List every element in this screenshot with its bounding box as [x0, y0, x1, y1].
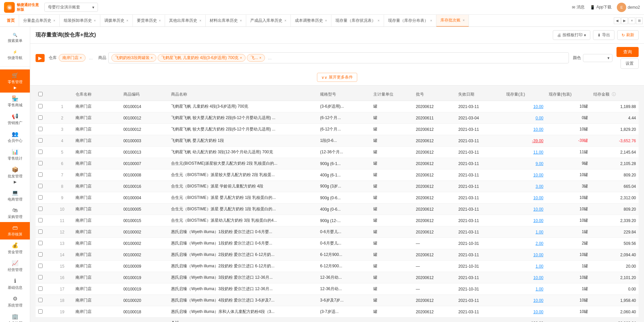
user-avatar[interactable]: E demo2 — [617, 3, 640, 12]
export-button[interactable]: ⬇ 导出 — [593, 30, 614, 40]
refresh-button[interactable]: ↻ 刷新 — [617, 30, 639, 40]
row-checkbox[interactable] — [38, 172, 43, 177]
filter-color-dropdown[interactable]: ▾ — [583, 54, 612, 62]
close-tab-otherout[interactable]: × — [199, 19, 201, 22]
tab-reqgoods[interactable]: 要货单历史 × — [133, 15, 165, 27]
row-checkbox[interactable] — [38, 252, 43, 257]
row-checkbox[interactable] — [38, 241, 43, 245]
balance-info-icon[interactable]: ⓘ — [612, 92, 616, 97]
row-qty-main[interactable]: 1.00 — [503, 283, 546, 295]
row-qty-main[interactable]: 2.00 — [503, 238, 546, 249]
settings-button[interactable]: 设置 — [621, 58, 639, 69]
close-tab-splitinv[interactable]: × — [53, 19, 55, 22]
row-qty-main[interactable]: 10.00 — [503, 124, 546, 135]
search-button[interactable]: 查询 — [616, 47, 639, 57]
row-checkbox[interactable] — [38, 150, 43, 154]
remove-warehouse-tag[interactable]: × — [80, 56, 82, 60]
sidebar-item-retail-stats[interactable]: 📊 零售统计 — [0, 146, 30, 164]
message-button[interactable]: ✉ 消息 — [572, 4, 585, 10]
row-checkbox[interactable] — [38, 286, 43, 291]
tab-home[interactable]: 首页 — [3, 15, 19, 27]
row-qty-main[interactable]: 10.00 — [503, 204, 546, 215]
close-tab-stockdist[interactable]: × — [430, 19, 432, 22]
row-checkbox[interactable] — [38, 104, 43, 108]
sidebar-item-biz-mgmt[interactable]: 📈 经营管理 — [0, 257, 30, 275]
expand-conditions-button[interactable]: ∨∨ 展开更多条件 — [317, 73, 357, 82]
sidebar-item-finance[interactable]: 💰 资金管理 — [0, 239, 30, 257]
tab-materialout[interactable]: 材料出库单历史 × — [206, 15, 246, 27]
row-qty-main[interactable]: 10.00 — [503, 306, 546, 318]
sidebar-item-batch-mgmt[interactable]: 📦 批发管理 ▶ — [0, 164, 30, 187]
row-qty-main[interactable]: 1.00 — [503, 261, 546, 272]
tab-stockdist[interactable]: 现存量（库存分布表） × — [384, 15, 437, 27]
row-checkbox[interactable] — [38, 229, 43, 234]
row-checkbox[interactable] — [38, 184, 43, 188]
close-tab-mix[interactable]: × — [126, 19, 128, 22]
industry-select[interactable]: 母婴行业演示账套 ▾ — [44, 3, 98, 12]
tab-mix[interactable]: 调拨单历史 × — [100, 15, 133, 27]
close-tab-batchstock[interactable]: × — [463, 18, 465, 22]
filter-tag-product3[interactable]: 飞... × — [247, 54, 265, 62]
row-checkbox[interactable] — [38, 298, 43, 302]
tab-splitinv[interactable]: 分量盘点单历史 × — [19, 15, 60, 27]
template-print-button[interactable]: 🖨 按模板打印 ▾ — [553, 30, 590, 40]
row-qty-main[interactable]: 1.00 — [503, 226, 546, 238]
tab-otherout[interactable]: 其他出库单历史 × — [165, 15, 206, 27]
row-qty-main[interactable]: 3.00 — [503, 181, 546, 192]
tab-productin[interactable]: 产成品入库单历史 × — [246, 15, 291, 27]
remove-product-tag2[interactable]: × — [240, 56, 242, 60]
close-tab-unpack[interactable]: × — [94, 19, 96, 22]
nav-expand-button[interactable]: ⊞ — [636, 17, 643, 24]
filter-tag-warehouse[interactable]: 南岸门店 × — [59, 54, 86, 62]
tab-unpack[interactable]: 组装拆卸单历史 × — [60, 15, 100, 27]
sidebar-item-enterprise[interactable]: 🏢 企业协同 — [0, 311, 30, 322]
row-checkbox[interactable] — [38, 309, 43, 314]
sidebar-item-basic-info[interactable]: ℹ 基础信息 — [0, 275, 30, 293]
tab-costadj[interactable]: 成本调整单历史 × — [291, 15, 331, 27]
row-qty-main[interactable]: 10.00 — [503, 169, 546, 181]
sidebar-item-retail-shop[interactable]: 🏪 零售商城 — [0, 93, 30, 110]
row-checkbox[interactable] — [38, 218, 43, 222]
row-qty-main[interactable]: 0.00 — [503, 112, 546, 124]
close-tab-materialout[interactable]: × — [240, 19, 242, 22]
filter-tag-product2[interactable]: 飞鹤星飞帆 儿童奶粉 4段(3-6岁适用) 700克 × — [158, 54, 246, 62]
sidebar-item-sys-mgmt[interactable]: ⚙ 系统管理 — [0, 293, 30, 311]
close-tab-stockstatus[interactable]: × — [378, 19, 380, 22]
row-qty-main[interactable]: 10.00 — [503, 272, 546, 283]
filter-expand-arrow[interactable]: ▶ — [36, 54, 45, 62]
row-qty-main[interactable]: -39.00 — [503, 135, 546, 147]
close-tab-costadj[interactable]: × — [325, 19, 327, 22]
row-checkbox[interactable] — [38, 115, 43, 120]
row-checkbox[interactable] — [38, 275, 43, 279]
sidebar-item-purchase[interactable]: 🛍 采购管理 — [0, 205, 30, 222]
app-download-button[interactable]: 📱 App下载 — [590, 4, 611, 10]
product-more[interactable]: … — [266, 56, 273, 60]
row-qty-main[interactable]: 10.00 — [503, 295, 546, 306]
nav-close-all-button[interactable]: × — [629, 17, 635, 24]
close-tab-reqgoods[interactable]: × — [159, 19, 161, 22]
tab-stockstatus[interactable]: 现存量（库存状况表） × — [331, 15, 384, 27]
row-checkbox[interactable] — [38, 161, 43, 165]
row-checkbox[interactable] — [38, 207, 43, 211]
row-checkbox[interactable] — [38, 264, 43, 268]
row-checkbox[interactable] — [38, 138, 43, 143]
row-qty-main[interactable]: 10.00 — [503, 215, 546, 226]
nav-next-button[interactable]: ▶ — [621, 17, 628, 24]
filter-product-input[interactable]: 飞鹤奶粉3段两罐装 × 飞鹤星飞帆 儿童奶粉 4段(3-6岁适用) 700克 ×… — [108, 52, 569, 63]
row-qty-main[interactable]: 10.00 — [503, 101, 546, 112]
filter-tag-product1[interactable]: 飞鹤奶粉3段两罐装 × — [111, 54, 157, 62]
sidebar-search[interactable]: 🔍 搜索菜单 — [0, 30, 30, 47]
row-qty-main[interactable]: 9.00 — [503, 158, 546, 169]
expand-icon[interactable]: ▶ — [36, 54, 45, 62]
sidebar-item-stock-check[interactable]: 🗃 库存核算 — [0, 222, 30, 239]
row-qty-main[interactable]: 10.00 — [503, 192, 546, 204]
remove-product-tag1[interactable]: × — [151, 56, 153, 60]
row-qty-main[interactable]: 10.00 — [503, 249, 546, 261]
select-all-checkbox[interactable] — [38, 92, 43, 96]
sidebar-item-ecommerce[interactable]: 💻 电商管理 — [0, 187, 30, 205]
warehouse-more[interactable]: … — [88, 56, 94, 60]
remove-product-tag3[interactable]: × — [259, 56, 261, 60]
row-qty-main[interactable]: 11.00 — [503, 147, 546, 158]
row-checkbox[interactable] — [38, 195, 43, 200]
sidebar-item-member[interactable]: 👥 会员中心 — [0, 128, 30, 146]
